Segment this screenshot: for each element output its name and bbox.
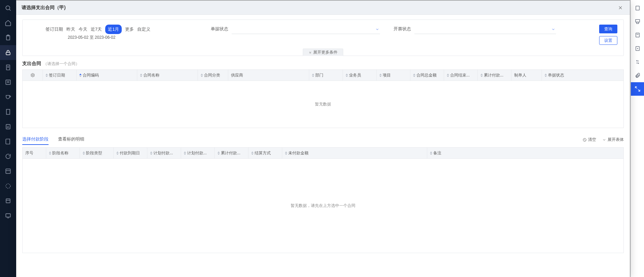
sidebar-list-icon[interactable]: [0, 75, 16, 90]
th-contract-code[interactable]: 合同编码: [77, 70, 137, 81]
filter-invoice-label: 开票状态: [393, 25, 411, 33]
th-sign-date[interactable]: 签订日期: [43, 70, 77, 81]
th-paid-total[interactable]: 累计付款...: [478, 70, 511, 81]
th-department[interactable]: 部门: [309, 70, 343, 81]
svg-rect-15: [6, 169, 10, 173]
th-total-amount[interactable]: 合同总金额: [410, 70, 444, 81]
sidebar-home-icon[interactable]: [0, 16, 16, 30]
section-title-text: 支出合同: [22, 61, 41, 67]
th2-stage-type[interactable]: 阶段类型: [80, 148, 114, 158]
date-quick-1m[interactable]: 近1月: [105, 25, 122, 34]
modal-close-button[interactable]: [616, 4, 624, 12]
date-quick-yesterday[interactable]: 昨天: [66, 25, 75, 34]
sidebar-stats-icon[interactable]: [0, 164, 16, 179]
expand-body-button[interactable]: 展开表体: [602, 137, 624, 143]
sidebar-report-icon[interactable]: [0, 119, 16, 134]
date-quick-custom[interactable]: 自定义: [137, 25, 150, 34]
sidebar-cycle-icon[interactable]: [0, 179, 16, 193]
sidebar-clipboard-icon[interactable]: [0, 30, 16, 45]
rail-rule-icon[interactable]: [631, 28, 644, 42]
app-right-rail: [631, 0, 644, 277]
contract-table: 签订日期 合同编码 合同名称 合同分类 供应商 部门 业务员 项目 合同总金额 …: [22, 69, 624, 128]
svg-rect-22: [636, 6, 639, 10]
sidebar-refresh-icon[interactable]: [0, 149, 16, 164]
date-quick-today[interactable]: 今天: [79, 25, 87, 34]
invoice-select[interactable]: [414, 25, 556, 34]
th-supplier[interactable]: 供应商: [228, 70, 309, 81]
contract-table-empty: 暂无数据: [22, 81, 624, 128]
svg-line-30: [638, 90, 640, 91]
column-settings[interactable]: [23, 70, 43, 81]
svg-line-37: [584, 139, 585, 141]
date-range-sep: 至: [90, 35, 94, 40]
expand-more-filters[interactable]: 展开更多条件: [303, 49, 343, 56]
svg-line-1: [9, 9, 10, 10]
th-end-date[interactable]: 合同结束...: [444, 70, 478, 81]
filter-panel: 签订日期 昨天 今天 近7天 近1月 更多 自定义 2023-05-: [22, 20, 624, 56]
date-range-from: 2023-05-02: [68, 35, 88, 40]
sort-icon: [79, 73, 82, 77]
rail-expand-icon[interactable]: [631, 82, 644, 96]
sort-icon: [46, 73, 48, 77]
section-title-hint: （请选择一个合同）: [43, 61, 80, 67]
sidebar-lock-icon[interactable]: [0, 45, 16, 60]
rail-attachment-icon[interactable]: [631, 69, 644, 82]
sidebar-book-icon[interactable]: [0, 134, 16, 149]
th2-plan-pay1[interactable]: 计划付款...: [147, 148, 181, 158]
th2-due-date[interactable]: 付款到期日: [114, 148, 147, 158]
gear-icon: [30, 73, 35, 78]
app-left-sidebar: [0, 0, 16, 277]
th-salesman[interactable]: 业务员: [343, 70, 377, 81]
th2-settlement[interactable]: 结算方式: [248, 148, 282, 158]
svg-rect-4: [6, 52, 10, 55]
sidebar-doc-icon[interactable]: [0, 60, 16, 75]
sidebar-tv-icon[interactable]: [0, 208, 16, 223]
th-creator[interactable]: 制单人: [511, 70, 542, 81]
svg-point-17: [6, 184, 10, 188]
th-contract-category[interactable]: 合同分类: [198, 70, 228, 81]
stage-table: 序号 阶段名称 阶段类型 付款到期日 计划付款... 计划付款... 累计付款.…: [22, 147, 624, 253]
th-contract-name[interactable]: 合同名称: [137, 70, 198, 81]
th-doc-status[interactable]: 单据状态: [542, 70, 623, 81]
th2-plan-pay2[interactable]: 计划付款...: [181, 148, 215, 158]
svg-line-29: [635, 87, 637, 88]
double-chevron-down-icon: [309, 51, 312, 54]
date-quick-7d[interactable]: 近7天: [91, 25, 102, 34]
th-project[interactable]: 项目: [377, 70, 410, 81]
svg-point-35: [32, 74, 33, 76]
filter-date-label: 签订日期: [46, 25, 63, 34]
clear-icon: [583, 138, 587, 142]
th2-remark[interactable]: 备注: [427, 148, 623, 158]
svg-rect-25: [636, 33, 639, 37]
svg-point-0: [6, 6, 10, 10]
th2-unpaid[interactable]: 未付款金额: [282, 148, 427, 158]
svg-rect-20: [6, 214, 10, 217]
detail-tabs-row: 选择付款阶段 查看标的明细 清空 展开表体: [22, 134, 624, 145]
th2-stage-name[interactable]: 阶段名称: [46, 148, 80, 158]
close-icon: [618, 5, 623, 10]
expand-more-label: 展开更多条件: [313, 50, 338, 55]
stage-table-empty: 暂无数据，请先在上方选中一个合同: [22, 159, 624, 253]
svg-rect-18: [6, 199, 10, 203]
query-button[interactable]: 查询: [599, 25, 617, 33]
clear-button[interactable]: 清空: [583, 137, 596, 143]
date-quick-more[interactable]: 更多: [125, 25, 134, 34]
rail-switch-icon[interactable]: [631, 55, 644, 69]
sidebar-folder-icon[interactable]: [0, 193, 16, 208]
sidebar-cup-icon[interactable]: [0, 90, 16, 104]
contract-table-head: 签订日期 合同编码 合同名称 合同分类 供应商 部门 业务员 项目 合同总金额 …: [22, 69, 624, 81]
filter-status-label: 单据状态: [211, 25, 228, 33]
th2-paid-total[interactable]: 累计付款...: [215, 148, 248, 158]
th2-index[interactable]: 序号: [23, 148, 46, 158]
svg-rect-23: [636, 20, 640, 22]
rail-more-icon[interactable]: [631, 42, 644, 55]
svg-rect-24: [637, 22, 639, 24]
rail-template-icon[interactable]: [631, 1, 644, 15]
rail-import-icon[interactable]: [631, 15, 644, 28]
status-select[interactable]: [232, 25, 380, 34]
tab-payment-stage[interactable]: 选择付款阶段: [22, 134, 49, 145]
settings-button[interactable]: 设置: [599, 36, 617, 45]
sidebar-building-icon[interactable]: [0, 104, 16, 119]
tab-subject-detail[interactable]: 查看标的明细: [58, 134, 84, 145]
sidebar-search-icon[interactable]: [0, 1, 16, 16]
